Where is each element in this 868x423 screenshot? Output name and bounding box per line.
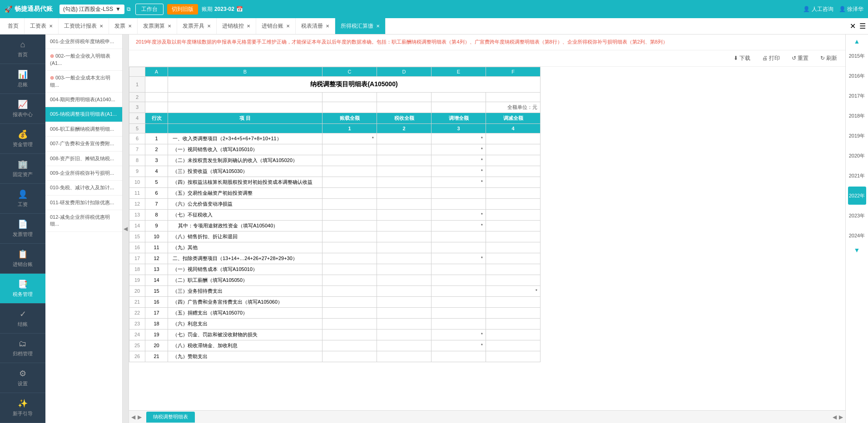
row-num-r5: 5 [129, 123, 145, 133]
table-row[interactable]: 20 15 （三）业务招待费支出 * [129, 285, 541, 296]
file-item-009[interactable]: 009-企业所得税弥补亏损明... [45, 166, 122, 181]
year-next-button[interactable]: ▼ [849, 246, 865, 255]
scroll-left-icon[interactable]: ◀ [833, 414, 837, 420]
table-row[interactable]: 21 16 （四）广告费和业务宣传费支出（填写A105060） [129, 296, 541, 307]
copy-icon[interactable]: ⧉ [127, 6, 131, 12]
tab-invoice-issue[interactable]: 发票开具 ✕ [177, 18, 217, 34]
table-row[interactable]: 13 8 （七）不征税收入 * [129, 209, 541, 220]
sidebar-item-fund[interactable]: 💰 资金管理 [0, 124, 45, 154]
close-salary-tab[interactable]: ✕ [49, 24, 53, 29]
file-item-011[interactable]: 011-研发费用加计扣除优惠... [45, 196, 122, 210]
tab-home[interactable]: 首页 [2, 18, 25, 34]
tab-invoice-calc[interactable]: 发票测算 ✕ [138, 18, 177, 34]
table-row[interactable]: 19 14 （二）职工薪酬（填写A105050） [129, 275, 541, 285]
file-item-002[interactable]: ⊗002-一般企业收入明细表(A1... [45, 49, 122, 71]
sidebar-item-invoice-mgmt[interactable]: 📄 发票管理 [0, 214, 45, 244]
file-item-005[interactable]: 005-纳税调整项目明细表(A1... [45, 107, 122, 122]
year-2023[interactable]: 2023年 [848, 207, 866, 225]
collapse-panel-button[interactable]: ◀ [123, 34, 129, 423]
company-dropdown-icon: ▼ [115, 6, 121, 12]
tab-purchase-sale[interactable]: 进销核控 ✕ [217, 18, 256, 34]
sidebar-item-archive[interactable]: 🗂 归档管理 [0, 334, 45, 363]
table-row[interactable]: 15 10 （八）销售折扣、折让和退回 [129, 231, 541, 242]
sidebar-item-general-ledger[interactable]: 📊 总账 [0, 64, 45, 94]
sheet-tab-main[interactable]: 纳税调整明细表 [146, 412, 195, 423]
table-row[interactable]: 11 6 （五）交易性金融资产初始投资调整 [129, 187, 541, 198]
tab-salary[interactable]: 工资表 ✕ [25, 18, 59, 34]
file-item-007[interactable]: 007-广告费和业务宣传费附... [45, 137, 122, 151]
close-invoice-issue-tab[interactable]: ✕ [207, 24, 211, 29]
year-prev-button[interactable]: ▲ [849, 37, 865, 46]
sidebar-item-purchase-sale-ledger[interactable]: 📋 进销台账 [0, 244, 45, 274]
table-row[interactable]: 12 7 （六）公允价值变动净损益 [129, 198, 541, 209]
file-item-010[interactable]: 010-免税、减计收入及加计... [45, 181, 122, 195]
refresh-button[interactable]: ↻ 刷新 [817, 53, 841, 64]
company-selector[interactable]: (勾选) 江西股金-LSS ▼ [60, 5, 124, 14]
year-2024[interactable]: 2024年 [848, 226, 866, 245]
sidebar-item-fixed-asset[interactable]: 🏢 固定资产 [0, 154, 45, 184]
workbench-button[interactable]: 工作台 [135, 4, 164, 15]
switch-button[interactable]: 切到旧版 [167, 4, 198, 15]
table-row[interactable]: 25 20 （八）税收滞纳金、加收利息 * [129, 340, 541, 351]
close-tax-list-tab[interactable]: ✕ [326, 24, 329, 29]
sidebar-item-report-center[interactable]: 📈 报表中心 [0, 94, 45, 124]
close-ledger-tab[interactable]: ✕ [286, 24, 290, 29]
customer-service-btn[interactable]: 👤 人工咨询 [803, 5, 833, 13]
close-income-tax-tab[interactable]: ✕ [376, 24, 380, 29]
settings-icon[interactable]: ☰ [859, 22, 866, 30]
year-2022[interactable]: 2022年 [848, 187, 866, 205]
file-item-012[interactable]: 012-减免企业所得税优惠明细... [45, 210, 122, 232]
year-2015[interactable]: 2015年 [848, 47, 866, 65]
sidebar-item-settlement[interactable]: ✓ 结账 [0, 304, 45, 334]
close-all-icon[interactable]: ✕ [850, 22, 856, 30]
col-num-2: 2 [377, 123, 432, 133]
table-row[interactable]: 17 12 二、扣除类调整项目（13+14+…24+26+27+28+29+30… [129, 253, 541, 264]
year-2017[interactable]: 2017年 [848, 87, 866, 105]
sidebar-item-settings[interactable]: ⚙ 设置 [0, 363, 45, 393]
close-salary-report-tab[interactable]: ✕ [99, 24, 103, 29]
file-item-003[interactable]: ⊗003-一般企业成本支出明细... [45, 71, 122, 93]
print-button[interactable]: 🖨 打印 [759, 53, 784, 64]
year-2016[interactable]: 2016年 [848, 67, 866, 85]
reset-button[interactable]: ↺ 重置 [788, 53, 812, 64]
table-row[interactable]: 9 4 （三）投资收益（填写A105030） * [129, 166, 541, 177]
year-2019[interactable]: 2019年 [848, 127, 866, 145]
file-panel: 001-企业所得税年度纳税申... ⊗002-一般企业收入明细表(A1... ⊗… [45, 34, 123, 423]
table-row[interactable]: 7 2 （一）视同销售收入（填写A105010） * [129, 144, 541, 155]
table-row[interactable]: 26 21 （九）赞助支出 [129, 351, 541, 362]
table-row[interactable]: 8 3 （二）未按权责发生制原则确认的收入（填写A105020） * [129, 155, 541, 166]
table-row[interactable]: 23 18 （六）利息支出 [129, 318, 541, 329]
tab-invoice[interactable]: 发票 ✕ [109, 18, 138, 34]
table-row[interactable]: 10 5 （四）按权益法核算长期股权投资对初始投资成本调整确认收益 * [129, 177, 541, 187]
table-row[interactable]: 22 17 （五）捐赠支出（填写A105070） [129, 307, 541, 318]
scroll-right-icon[interactable]: ▶ [839, 414, 843, 420]
year-2021[interactable]: 2021年 [848, 167, 866, 185]
file-item-008[interactable]: 008-资产折旧、摊销及纳税... [45, 152, 122, 166]
table-row[interactable]: 16 11 （九）其他 [129, 242, 541, 253]
next-sheet-icon[interactable]: ▶ [138, 414, 142, 420]
file-item-001[interactable]: 001-企业所得税年度纳税申... [45, 34, 122, 49]
close-purchase-sale-tab[interactable]: ✕ [247, 24, 250, 29]
file-item-004[interactable]: 004-期间费用明细表(A1040... [45, 93, 122, 107]
file-item-006[interactable]: 006-职工薪酬纳税调整明细... [45, 122, 122, 137]
tab-tax-list[interactable]: 税表清册 ✕ [296, 18, 335, 34]
table-row[interactable]: 24 19 （七）罚金、罚款和被没收财物的损失 * [129, 329, 541, 340]
table-row[interactable]: 14 9 其中：专项用途财政性资金（填写A105040） * [129, 220, 541, 231]
year-2020[interactable]: 2020年 [848, 147, 866, 165]
user-avatar[interactable]: 👤 徐泽华 [839, 5, 863, 13]
sidebar-item-salary[interactable]: 👤 工资 [0, 184, 45, 214]
sidebar-item-home[interactable]: ⌂ 首页 [0, 34, 45, 64]
tab-ledger[interactable]: 进销台账 ✕ [256, 18, 296, 34]
table-row[interactable]: 6 1 一、收入类调整项目（2+3+4+5+6+7+8+10+11） * * [129, 133, 541, 144]
sidebar-item-guide[interactable]: ✨ 新手引导 [0, 393, 45, 423]
tab-salary-report[interactable]: 工资统计报表 ✕ [59, 18, 109, 34]
table-row[interactable]: 18 13 （一）视同销售成本（填写A105010） [129, 264, 541, 275]
prev-sheet-icon[interactable]: ◀ [131, 414, 135, 420]
period-calendar-icon[interactable]: 📅 [236, 6, 243, 12]
tab-income-tax[interactable]: 所得税汇算缴 ✕ [335, 18, 386, 34]
download-button[interactable]: ⬇ 下载 [730, 53, 754, 64]
sidebar-item-tax-mgmt[interactable]: 📑 税务管理 [0, 274, 45, 304]
close-invoice-tab[interactable]: ✕ [128, 24, 132, 29]
year-2018[interactable]: 2018年 [848, 107, 866, 125]
close-invoice-calc-tab[interactable]: ✕ [168, 24, 171, 29]
